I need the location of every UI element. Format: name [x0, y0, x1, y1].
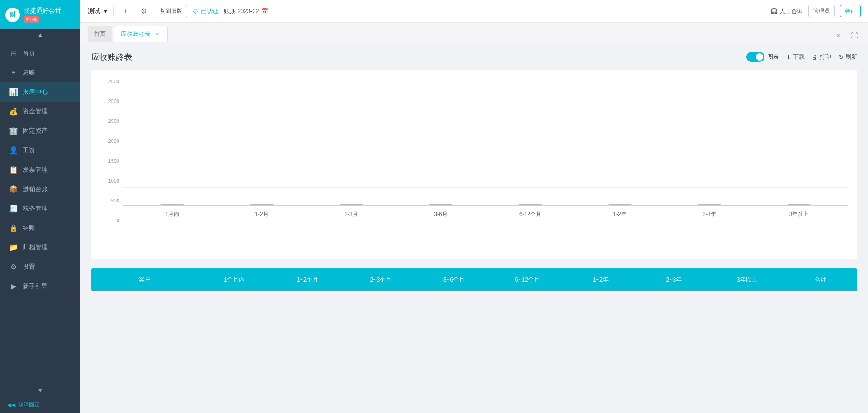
sidebar: 财 畅捷通好会计 专业版 ▲ ⊞ 首页 ≡ 总账 📊 报表中心 💰 资金管理 🏢… [0, 0, 80, 413]
sidebar-item-label: 归档管理 [23, 244, 48, 252]
sidebar-item-tax[interactable]: 🧾 税务管理 [0, 199, 80, 218]
y-label-2000: 2000 [108, 138, 119, 144]
chevron-down-icon: ▼ [103, 9, 108, 14]
expand-icon[interactable]: ⛶ [848, 29, 861, 42]
x-label-3plus-year: 3年以上 [754, 211, 844, 218]
archive-icon: 📁 [9, 243, 18, 252]
x-label-2-3month: 2-3月 [307, 211, 396, 218]
assets-icon: 🏢 [9, 127, 18, 135]
print-icon: 🖨 [812, 54, 818, 61]
toggle-switch[interactable] [746, 52, 764, 62]
accounting-period[interactable]: 账期 2023-02 📅 [224, 7, 268, 15]
sidebar-item-label: 首页 [23, 50, 35, 58]
x-label-6-12month: 6-12个月 [486, 211, 575, 218]
y-label-2500-top: 2500 [108, 79, 119, 84]
sidebar-item-home[interactable]: ⊞ 首页 [0, 44, 80, 63]
calendar-icon: 📅 [261, 8, 268, 14]
x-label-1month: 1月内 [127, 211, 217, 218]
download-button[interactable]: ⬇ 下载 [786, 53, 805, 61]
add-button[interactable]: + [119, 5, 132, 18]
funds-icon: 💰 [9, 107, 18, 116]
sidebar-item-label: 税务管理 [23, 205, 48, 213]
unpin-button[interactable]: ◀◀ 取消固定 [0, 396, 80, 413]
refresh-icon: ↻ [839, 54, 844, 61]
switch-old-version-button[interactable]: 切到旧版 [156, 5, 187, 17]
y-label-1000: 1000 [108, 178, 119, 183]
print-button[interactable]: 🖨 打印 [812, 53, 831, 61]
y-label-0: 0 [117, 218, 119, 223]
logo-text: 畅捷通好会计 专业版 [24, 6, 61, 23]
chart-toggle[interactable]: 图表 [746, 52, 779, 62]
workspace-name: 测试 [88, 7, 100, 15]
close-accounts-icon: 🔒 [9, 224, 18, 232]
tab-home[interactable]: 首页 [88, 26, 112, 42]
sidebar-item-payroll[interactable]: 👤 工资 [0, 141, 80, 160]
period-label: 账期 [224, 7, 236, 15]
sidebar-item-archive[interactable]: 📁 归档管理 [0, 238, 80, 257]
th-1-2year: 1~2年 [564, 268, 637, 291]
th-total: 合计 [784, 268, 857, 291]
th-1-2month: 1~2个月 [271, 268, 344, 291]
tab-bar-right: × ⛶ [832, 29, 861, 42]
home-icon: ⊞ [9, 49, 18, 58]
chart-area: 2500 2500 2500 2000 1500 1000 500 0 [100, 79, 848, 241]
y-label-2500-3: 2500 [108, 118, 119, 124]
sidebar-nav: ⊞ 首页 ≡ 总账 📊 报表中心 💰 资金管理 🏢 固定资产 👤 工资 📋 发票… [0, 40, 80, 385]
page-actions: 图表 ⬇ 下载 🖨 打印 ↻ 刷新 [746, 52, 857, 62]
settings-icon: ⚙ [9, 263, 18, 271]
chart-plot-area: 1月内 1-2月 2-3月 3-6月 6-12个月 1-2年 2-3年 3年以上 [123, 79, 848, 223]
role-button[interactable]: 会计 [840, 5, 861, 17]
sidebar-item-label: 结账 [23, 224, 35, 232]
x-label-3-6month: 3-6月 [396, 211, 486, 218]
x-label-1-2year: 1-2年 [575, 211, 665, 218]
logo-icon: 财 [5, 8, 20, 22]
download-icon: ⬇ [786, 54, 791, 61]
guide-icon: ▶ [9, 282, 18, 291]
headset-icon: 🎧 [770, 8, 778, 14]
sidebar-item-close[interactable]: 🔒 结账 [0, 218, 80, 238]
scroll-down-btn[interactable]: ▼ [0, 385, 80, 396]
inventory-icon: 📦 [9, 185, 18, 193]
refresh-button[interactable]: ↻ 刷新 [839, 53, 857, 61]
scroll-up-btn[interactable]: ▲ [0, 29, 80, 40]
reports-icon: 📊 [9, 88, 18, 96]
x-axis-labels: 1月内 1-2月 2-3月 3-6月 6-12个月 1-2年 2-3年 3年以上 [123, 205, 848, 223]
sidebar-item-ledger[interactable]: ≡ 总账 [0, 63, 80, 82]
sidebar-item-inventory[interactable]: 📦 进销台账 [0, 179, 80, 199]
y-label-2500-2: 2500 [108, 99, 119, 104]
sidebar-item-settings[interactable]: ⚙ 设置 [0, 257, 80, 277]
th-3plus-year: 3年以上 [711, 268, 784, 291]
user-button[interactable]: 管理员 [808, 5, 835, 17]
workspace-selector[interactable]: 测试 ▼ [88, 7, 108, 15]
sidebar-item-label: 进销台账 [23, 185, 48, 193]
tab-close-icon[interactable]: × [154, 30, 161, 38]
tab-aging-report[interactable]: 应收账龄表 × [114, 26, 168, 42]
sidebar-item-funds[interactable]: 💰 资金管理 [0, 102, 80, 121]
topbar-right: 🎧 人工咨询 管理员 会计 [770, 5, 861, 17]
settings-button[interactable]: ⚙ [137, 5, 150, 18]
y-label-500: 500 [111, 198, 119, 203]
topbar-divider-1 [113, 7, 114, 16]
sidebar-item-invoice[interactable]: 📋 发票管理 [0, 160, 80, 179]
bars-container [123, 79, 848, 205]
chart-container: 2500 2500 2500 2000 1500 1000 500 0 [91, 70, 857, 259]
th-1month: 1个月内 [198, 268, 271, 291]
topbar: 测试 ▼ + ⚙ 切到旧版 🛡 已认证 账期 2023-02 📅 🎧 人工咨询 … [80, 0, 868, 23]
main-area: 测试 ▼ + ⚙ 切到旧版 🛡 已认证 账期 2023-02 📅 🎧 人工咨询 … [80, 0, 868, 413]
close-icon[interactable]: × [832, 29, 844, 42]
th-3-6month: 3~6个月 [417, 268, 491, 291]
sidebar-item-guide[interactable]: ▶ 新手引导 [0, 277, 80, 296]
sidebar-item-reports[interactable]: 📊 报表中心 [0, 82, 80, 102]
sidebar-item-label: 新手引导 [23, 282, 48, 291]
sidebar-item-assets[interactable]: 🏢 固定资产 [0, 121, 80, 141]
sidebar-item-label: 发票管理 [23, 166, 48, 174]
service-button[interactable]: 🎧 人工咨询 [770, 7, 803, 15]
sidebar-item-label: 总账 [23, 69, 35, 77]
payroll-icon: 👤 [9, 146, 18, 155]
page-content: 应收账龄表 图表 ⬇ 下载 🖨 打印 ↻ 刷新 [80, 42, 868, 413]
sidebar-logo[interactable]: 财 畅捷通好会计 专业版 [0, 0, 80, 29]
chart-toggle-label: 图表 [767, 53, 779, 61]
x-label-2-3year: 2-3年 [665, 211, 754, 218]
th-customer: 客户 [91, 268, 198, 291]
certified-badge: 🛡 已认证 [193, 7, 218, 15]
